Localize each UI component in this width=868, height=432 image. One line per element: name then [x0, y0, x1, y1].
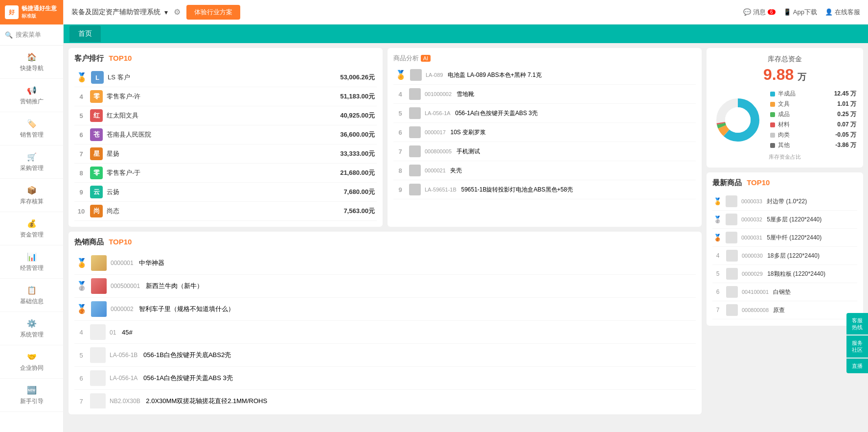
customer-rank-row: 6 苍 苍南县人民医院 36,600.00元	[74, 125, 377, 144]
sidebar-search-area[interactable]: 🔍 搜索菜单	[0, 24, 63, 46]
hot-product-row: 4 01 45#	[74, 321, 696, 344]
customer-rank-row: 4 零 零售客户-许 51,183.00元	[74, 87, 377, 106]
main-area: 装备及固定资产辅助管理系统 ▾ ⚙ 体验行业方案 💬 消息 6 📱 App下载 …	[64, 0, 868, 432]
product-info: 0000017 10S 变刷罗浆	[425, 128, 694, 137]
legend-item: 文具 1.01 万	[770, 100, 856, 108]
system-selector[interactable]: 装备及固定资产辅助管理系统 ▾	[71, 8, 168, 17]
medal-gold-icon: 🏅	[76, 72, 87, 83]
product-info: 000500001 新西兰牛肉（新牛）	[111, 282, 694, 290]
sidebar-item-system[interactable]: ⚙️ 系统管理	[0, 312, 63, 345]
product-info: 0000031 5厘中纤 (1220*2440)	[741, 234, 856, 242]
hot-products-main-card: 热销商品 TOP10 🏅 0000001 中华神器	[69, 232, 702, 414]
product-thumb	[726, 214, 737, 225]
legend-item: 成品 0.25 万	[770, 110, 856, 119]
content-left: 客户排行 TOP10 🏅 L LS 客户 53,006.26元	[69, 48, 702, 427]
hot-product-row: 9 LA-59651-1B 59651-1B旋转投影灯电池盒ABS黑色+58壳	[393, 180, 696, 199]
product-info: 0000029 18颗粒板 (1220*2440)	[742, 270, 856, 278]
float-btn-live[interactable]: 直播	[846, 359, 868, 373]
legend-item: 材料 0.07 万	[770, 120, 856, 129]
product-thumb	[409, 165, 421, 176]
trial-button[interactable]: 体验行业方案	[186, 5, 240, 20]
app-download-button[interactable]: 📱 App下载	[783, 8, 817, 17]
tab-home[interactable]: 首页	[69, 25, 101, 42]
float-btn-service[interactable]: 客服热线	[846, 313, 868, 335]
sidebar-nav: 🏠 快捷导航 📢 营销推广 🏷️ 销售管理 🛒 采购管理 📦 库存核算 💰 资金…	[0, 46, 63, 432]
medal-silver-icon: 🥈	[713, 216, 722, 223]
product-info: 001000002 雪地靴	[425, 90, 694, 98]
sidebar-item-guide[interactable]: 🆕 新手引导	[0, 379, 63, 412]
settings-icon[interactable]: ⚙	[174, 7, 181, 17]
search-menu-button[interactable]: 🔍 搜索菜单	[5, 28, 58, 41]
sidebar-logo: 好 畅捷通好生意 标准版	[0, 0, 63, 24]
operation-icon: 📊	[26, 251, 37, 262]
medal-gold-icon: 🏅	[76, 258, 87, 268]
product-thumb	[726, 232, 737, 243]
product-thumb	[726, 304, 738, 316]
product-thumb	[90, 393, 106, 408]
service-button[interactable]: 👤 在线客服	[825, 8, 860, 17]
new-product-row: 8 10000100001 原查	[712, 319, 857, 320]
legend-color-dot	[770, 122, 775, 127]
legend-item: 半成品 12.45 万	[770, 90, 856, 98]
stock-icon: 📦	[26, 185, 37, 195]
search-icon: 🔍	[5, 31, 13, 39]
customer-rank-row: 8 零 零售客户-于 21,680.00元	[74, 164, 377, 183]
sidebar-item-finance[interactable]: 💰 资金管理	[0, 212, 63, 245]
medal-bronze-icon: 🥉	[713, 234, 722, 241]
hot-product-row: 🏅 LA-089 电池盖 LA-089 ABS本色+黑种 7.1克	[393, 66, 696, 85]
sidebar-item-sales[interactable]: 🏷️ 销售管理	[0, 112, 63, 145]
sidebar-item-enterprise[interactable]: 🤝 企业协同	[0, 345, 63, 379]
product-info: LA-056-1A 056-1A白色按键开关盖ABS 3壳	[110, 374, 694, 383]
message-icon: 💬	[743, 8, 751, 16]
product-thumb	[409, 184, 421, 195]
sidebar-item-purchase[interactable]: 🛒 采购管理	[0, 145, 63, 179]
product-info: 0000033 封边带 (1.0*22)	[741, 197, 856, 206]
legend-color-dot	[770, 102, 775, 107]
customer-rank-row: 🏅 L LS 客户 53,006.26元	[74, 68, 377, 87]
product-info: LA-089 电池盖 LA-089 ABS本色+黑种 7.1克	[426, 71, 694, 79]
marketing-icon: 📢	[26, 85, 37, 96]
stock-chart-container: 半成品 12.45 万 文具 1.01 万 成品 0.25 万	[713, 90, 856, 151]
sidebar-item-quick[interactable]: 🏠 快捷导航	[0, 46, 63, 79]
customer-rank-row: 10 尚 尚态 7,563.00元	[74, 202, 377, 221]
new-product-row: 4 0000030 18多层 (1220*2440)	[712, 247, 857, 265]
hot-product-row: 6 0000017 10S 变刷罗浆	[393, 123, 696, 142]
new-product-row: 🥈 0000032 5厘多层 (1220*2440)	[712, 211, 857, 229]
product-info: 0000002 智利车子里（规格不知道填什么）	[111, 305, 694, 313]
sidebar-item-stock[interactable]: 📦 库存核算	[0, 179, 63, 212]
system-icon: ⚙️	[26, 318, 37, 329]
stock-summary-card: 库存总资金 9.88 万	[707, 48, 863, 168]
legend-color-dot	[770, 133, 775, 138]
enterprise-icon: 🤝	[26, 351, 37, 362]
stock-legend: 半成品 12.45 万 文具 1.01 万 成品 0.25 万	[770, 90, 856, 151]
newest-products-card: 最新商品 TOP10 🏅 0000033 封边带 (1.0*22)	[707, 172, 863, 326]
message-button[interactable]: 💬 消息 6	[743, 8, 776, 17]
new-product-row: 🏅 0000033 封边带 (1.0*22)	[712, 192, 857, 211]
customer-badge: L	[91, 71, 104, 84]
customer-rank-row: 5 红 红太阳文具 40,925.00元	[74, 106, 377, 125]
hot-product-row: 5 LA-056-1A 056-1A白色按键开关盖ABS 3壳	[393, 104, 696, 123]
topbar: 装备及固定资产辅助管理系统 ▾ ⚙ 体验行业方案 💬 消息 6 📱 App下载 …	[64, 0, 868, 24]
hot-product-row: 8 0000021 夹壳	[393, 161, 696, 180]
product-thumb	[91, 301, 107, 317]
customer-badge: 星	[90, 147, 103, 160]
content-right: 库存总资金 9.88 万	[707, 48, 863, 427]
hot-products-list: 🏅 0000001 中华神器 🥈 000500001 新西兰牛肉	[74, 252, 696, 408]
sidebar-item-basic[interactable]: 📋 基础信息	[0, 279, 63, 312]
new-product-row: 7 000800008 原查	[712, 301, 857, 319]
chevron-down-icon: ▾	[164, 8, 168, 16]
svg-point-5	[725, 107, 751, 133]
legend-color-dot	[770, 92, 775, 96]
sidebar-item-marketing[interactable]: 📢 营销推广	[0, 79, 63, 112]
product-thumb	[90, 370, 106, 386]
mobile-icon: 📱	[783, 8, 791, 16]
customer-ranking-card: 客户排行 TOP10 🏅 L LS 客户 53,006.26元	[69, 48, 383, 227]
sidebar-item-operation[interactable]: 📊 经营管理	[0, 245, 63, 279]
float-btn-community[interactable]: 服务社区	[846, 336, 868, 358]
product-info: 000800008 原查	[742, 306, 856, 314]
medal-silver-icon: 🥈	[76, 281, 87, 291]
product-thumb	[726, 195, 737, 207]
donut-chart-svg	[713, 96, 762, 144]
new-product-row: 5 0000029 18颗粒板 (1220*2440)	[712, 265, 857, 283]
medal-bronze-icon: 🥉	[76, 304, 87, 314]
